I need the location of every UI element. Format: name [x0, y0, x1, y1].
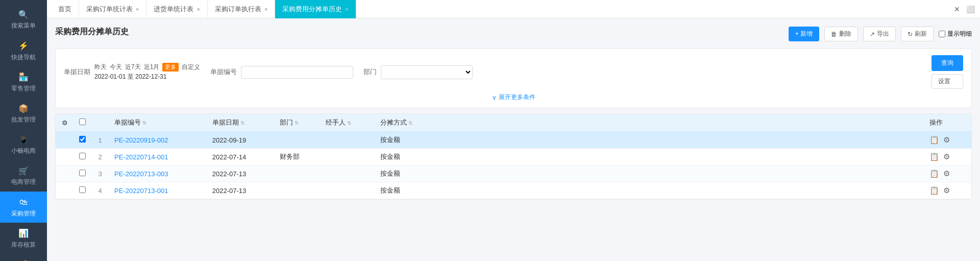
finance-icon: 💰 — [2, 259, 45, 262]
more-shortcut[interactable]: 更多 — [162, 63, 179, 72]
row-checkbox-3[interactable] — [74, 182, 91, 199]
expand-filter-button[interactable]: ∨ 展开更多条件 — [64, 93, 963, 102]
row-actions-2: 📋 ⚙ — [924, 165, 971, 182]
tab-label-purchase-receipt-stats: 进货单统计表 — [154, 5, 193, 14]
row-dept-3 — [275, 182, 321, 199]
refresh-icon: ↻ — [908, 31, 913, 38]
export-icon: ↗ — [870, 31, 875, 38]
show-fields-checkbox-wrapper[interactable]: 显示明细 — [939, 27, 972, 41]
detail-icon-0[interactable]: ⚙ — [943, 135, 950, 145]
delete-button[interactable]: 🗑 删除 — [824, 27, 858, 41]
tab-purchase-order-exec[interactable]: 采购订单执行表× — [208, 0, 275, 18]
handler-col-header[interactable]: 经手人⇅ — [321, 114, 375, 132]
row-checkbox-2[interactable] — [74, 165, 91, 182]
sidebar-item-retail[interactable]: 🏪零售管理 — [0, 66, 47, 98]
sidebar-item-inventory[interactable]: 📊库存核算 — [0, 223, 47, 254]
row-splitmethod-1: 按金额 — [375, 149, 924, 165]
row-settings-0 — [56, 132, 74, 149]
row-docdate-3: 2022-07-13 — [207, 182, 275, 199]
row-docdate-0: 2022-09-19 — [207, 132, 275, 149]
tab-home[interactable]: 首页 — [51, 0, 79, 18]
select-all-checkbox[interactable] — [79, 118, 86, 125]
yesterday-shortcut[interactable]: 昨天 — [94, 63, 107, 72]
edit-icon-1[interactable]: 📋 — [929, 152, 939, 161]
tab-purchase-receipt-stats[interactable]: 进货单统计表× — [146, 0, 207, 18]
close-window-button[interactable]: ✕ — [953, 4, 961, 14]
sidebar-item-purchase[interactable]: 🛍采购管理 — [0, 192, 47, 223]
date-range-display[interactable]: 2022-01-01 至 2022-12-31 — [94, 73, 200, 81]
detail-icon-2[interactable]: ⚙ — [943, 169, 950, 178]
row-docno-0[interactable]: PE-20220919-002 — [109, 132, 207, 149]
today-shortcut[interactable]: 今天 — [110, 63, 122, 72]
row-docno-1[interactable]: PE-20220714-001 — [109, 149, 207, 165]
row-docno-2[interactable]: PE-20220713-003 — [109, 165, 207, 182]
checkbox-col-header[interactable] — [74, 114, 91, 132]
doc-no-input[interactable] — [241, 66, 353, 79]
page-title: 采购费用分摊单历史 — [55, 27, 129, 37]
docdate-sort-icon: ⇅ — [240, 120, 244, 126]
docdate-col-header[interactable]: 单据日期⇅ — [207, 114, 275, 132]
show-fields-checkbox[interactable] — [939, 31, 945, 37]
tab-close-purchase-receipt-stats[interactable]: × — [197, 6, 200, 12]
dept-select[interactable]: 财务部 — [381, 65, 473, 79]
query-button[interactable]: 查询 — [932, 55, 963, 71]
row-num-2: 3 — [91, 165, 109, 182]
sidebar-item-search[interactable]: 🔍搜索菜单 — [0, 4, 47, 35]
tab-close-purchase-cost-history[interactable]: × — [345, 6, 348, 12]
tab-purchase-cost-history[interactable]: 采购费用分摊单历史× — [275, 0, 356, 18]
tab-window-actions: ✕ ⬜ — [953, 4, 976, 14]
add-button[interactable]: + 新增 — [789, 27, 819, 41]
action-col-header: 操作 — [924, 114, 971, 132]
dept-col-header[interactable]: 部门⇅ — [275, 114, 321, 132]
sidebar-item-finance[interactable]: 💰资金管理 — [0, 254, 47, 262]
docno-sort-icon: ⇅ — [142, 120, 146, 126]
row-docno-3[interactable]: PE-20220713-001 — [109, 182, 207, 199]
tab-close-purchase-order-exec[interactable]: × — [264, 6, 267, 12]
splitmethod-sort-icon: ⇅ — [408, 120, 412, 126]
tab-label-purchase-order-stats: 采购订单统计表 — [86, 5, 133, 14]
tab-label-purchase-cost-history: 采购费用分摊单历史 — [282, 5, 342, 14]
sidebar-item-wholesale[interactable]: 📦批发管理 — [0, 98, 47, 129]
table-row: 2 PE-20220714-001 2022-07-14 财务部 按金额 📋 ⚙ — [56, 149, 971, 165]
row-checkbox-0[interactable] — [74, 132, 91, 149]
export-button[interactable]: ↗ 导出 — [863, 27, 896, 41]
row-dept-1: 财务部 — [275, 149, 321, 165]
doc-no-filter: 单据编号 — [210, 66, 353, 79]
row-num-1: 2 — [91, 149, 109, 165]
trash-icon: 🗑 — [831, 31, 837, 38]
tab-close-purchase-order-stats[interactable]: × — [136, 6, 139, 12]
retail-icon: 🏪 — [2, 72, 45, 83]
detail-icon-3[interactable]: ⚙ — [943, 186, 950, 195]
splitmethod-col-header[interactable]: 分摊方式⇅ — [375, 114, 924, 132]
main-content: 首页采购订单统计表×进货单统计表×采购订单执行表×采购费用分摊单历史× ✕ ⬜ … — [47, 0, 980, 261]
inventory-icon: 📊 — [2, 228, 45, 239]
row-docdate-2: 2022-07-13 — [207, 165, 275, 182]
table-body: 1 PE-20220919-002 2022-09-19 按金额 📋 ⚙ 2 P… — [56, 132, 971, 199]
edit-icon-0[interactable]: 📋 — [929, 135, 939, 145]
filter-settings-button[interactable]: 设置 — [932, 74, 963, 89]
settings-col-header[interactable]: ⚙ — [56, 114, 74, 132]
last1month-shortcut[interactable]: 近1月 — [144, 63, 160, 72]
last7days-shortcut[interactable]: 近7天 — [125, 63, 141, 72]
tab-label-home: 首页 — [58, 5, 71, 14]
filter-row: 单据日期 昨天 今天 近7天 近1月 更多 自定义 2022-01-01 至 2… — [64, 55, 963, 89]
data-table: ⚙ 单据编号⇅ 单据日期⇅ 部门⇅ 经手人⇅ — [55, 113, 972, 200]
edit-icon-3[interactable]: 📋 — [929, 186, 939, 195]
edit-icon-2[interactable]: 📋 — [929, 169, 939, 178]
refresh-button[interactable]: ↻ 刷新 — [901, 27, 934, 41]
filter-area: 单据日期 昨天 今天 近7天 近1月 更多 自定义 2022-01-01 至 2… — [55, 49, 972, 108]
doc-no-label: 单据编号 — [210, 67, 237, 77]
docno-col-header[interactable]: 单据编号⇅ — [109, 114, 207, 132]
row-checkbox-1[interactable] — [74, 149, 91, 165]
sidebar-item-ecommerce[interactable]: 🛒电商管理 — [0, 160, 47, 192]
detail-icon-1[interactable]: ⚙ — [943, 152, 950, 161]
mobile-icon: 📱 — [2, 134, 45, 146]
purchase-icon: 🛍 — [2, 197, 45, 208]
sidebar-item-quick-nav[interactable]: ⚡快捷导航 — [0, 35, 47, 66]
maximize-window-button[interactable]: ⬜ — [965, 4, 976, 14]
tab-purchase-order-stats[interactable]: 采购订单统计表× — [79, 0, 146, 18]
search-icon: 🔍 — [2, 9, 45, 20]
sidebar-item-mobile[interactable]: 📱小畅电商 — [0, 129, 47, 160]
custom-shortcut[interactable]: 自定义 — [182, 63, 200, 72]
quick-nav-icon: ⚡ — [2, 40, 45, 52]
